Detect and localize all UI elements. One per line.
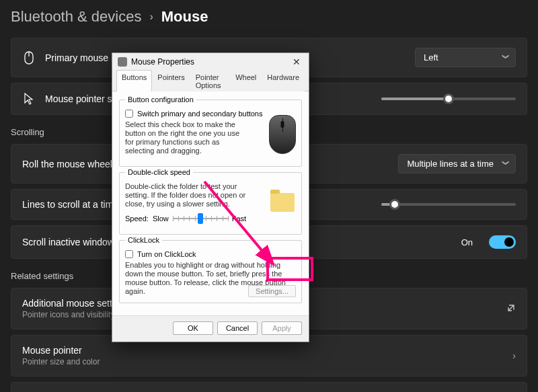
switch-primary-label: Switch primary and secondary buttons xyxy=(137,110,262,118)
tab-pointers[interactable]: Pointers xyxy=(152,70,190,91)
mouse-illustration xyxy=(269,115,296,154)
speed-label: Speed: xyxy=(125,214,149,223)
pointer-sub: Pointer size and color xyxy=(22,357,503,366)
clicklock-label: Turn on ClickLock xyxy=(137,250,196,258)
apply-button[interactable]: Apply xyxy=(262,321,302,335)
primary-button-select[interactable]: Left xyxy=(415,48,516,67)
switch-primary-checkbox[interactable]: Switch primary and secondary buttons xyxy=(125,110,296,118)
group-title: ClickLock xyxy=(125,236,162,244)
open-external-icon xyxy=(506,303,516,315)
clicklock-settings-button: Settings... xyxy=(248,285,296,297)
mouse-icon xyxy=(22,51,36,65)
double-click-desc: Double-click the folder to test your set… xyxy=(125,182,260,208)
switch-primary-desc: Select this check box to make the button… xyxy=(125,120,246,155)
pointer-label: Mouse pointer xyxy=(22,345,82,356)
inactive-scroll-toggle[interactable] xyxy=(489,235,516,249)
button-config-group: Button configuration Switch primary and … xyxy=(119,100,302,167)
switch-primary-checkbox-input[interactable] xyxy=(125,110,133,118)
group-title: Button configuration xyxy=(125,95,196,104)
chevron-right-icon: › xyxy=(149,11,153,23)
multiple-displays-row[interactable]: Multiple displays Change how cursor move… xyxy=(11,382,527,392)
wheel-scroll-select[interactable]: Multiple lines at a time xyxy=(398,154,516,173)
tab-buttons[interactable]: Buttons xyxy=(116,70,152,91)
dialog-button-row: OK Cancel Apply xyxy=(112,315,309,342)
clicklock-group: ClickLock Turn on ClickLock Enables you … xyxy=(119,240,302,303)
double-click-group: Double-click speed Double-click the fold… xyxy=(119,172,302,235)
breadcrumb-parent[interactable]: Bluetooth & devices xyxy=(11,8,141,26)
clicklock-checkbox-input[interactable] xyxy=(125,250,133,258)
speed-slow-label: Slow xyxy=(153,214,169,223)
lines-scroll-slider[interactable] xyxy=(381,203,516,206)
close-icon[interactable]: ✕ xyxy=(289,57,305,67)
cursor-icon xyxy=(22,93,36,105)
breadcrumb-current: Mouse xyxy=(161,8,208,26)
inactive-scroll-state: On xyxy=(461,237,473,247)
breadcrumb: Bluetooth & devices › Mouse xyxy=(0,0,538,38)
mouse-properties-dialog: Mouse Properties ✕ Buttons Pointers Poin… xyxy=(112,52,309,342)
group-title: Double-click speed xyxy=(125,168,193,176)
dialog-title: Mouse Properties xyxy=(131,57,289,67)
pointer-speed-slider[interactable] xyxy=(381,97,516,100)
double-click-speed-slider[interactable] xyxy=(173,212,228,225)
tab-wheel[interactable]: Wheel xyxy=(230,70,262,91)
speed-fast-label: Fast xyxy=(232,214,246,223)
tab-pointer-options[interactable]: Pointer Options xyxy=(190,70,230,91)
dialog-titlebar[interactable]: Mouse Properties ✕ xyxy=(112,53,309,69)
clicklock-checkbox[interactable]: Turn on ClickLock xyxy=(125,250,296,258)
folder-illustration[interactable] xyxy=(270,193,295,212)
tab-hardware[interactable]: Hardware xyxy=(262,70,305,91)
ok-button[interactable]: OK xyxy=(173,321,213,335)
mouse-icon xyxy=(118,57,127,67)
chevron-right-icon: › xyxy=(512,350,516,361)
cancel-button[interactable]: Cancel xyxy=(217,321,258,335)
dialog-tabs: Buttons Pointers Pointer Options Wheel H… xyxy=(112,69,309,91)
